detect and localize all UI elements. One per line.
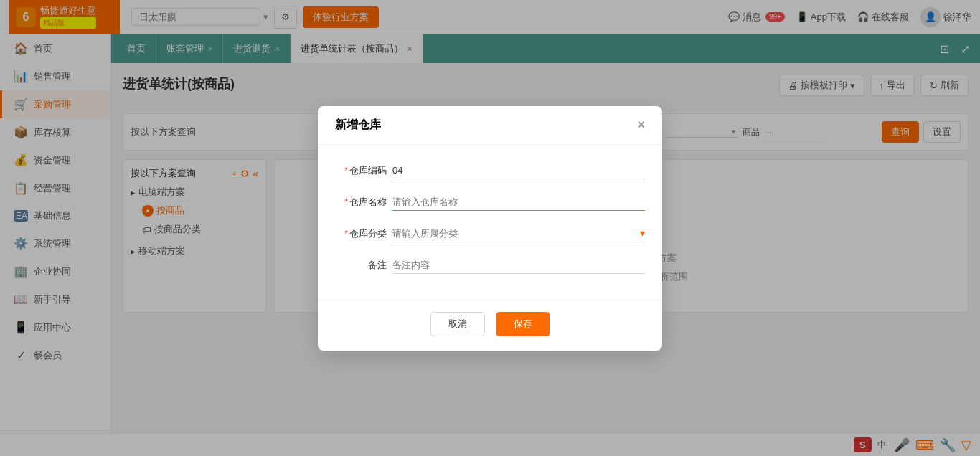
form-row-remark: 备注 <box>335 257 645 274</box>
form-row-code: 仓库编码 <box>335 162 645 179</box>
modal-overlay[interactable]: 新增仓库 × 仓库编码 仓库名称 仓库分类 ▾ <box>0 0 980 456</box>
modal-header: 新增仓库 × <box>318 106 662 145</box>
category-select[interactable] <box>392 225 640 242</box>
category-chevron-icon[interactable]: ▾ <box>640 227 645 239</box>
modal-body: 仓库编码 仓库名称 仓库分类 ▾ 备注 <box>318 145 662 300</box>
cancel-button[interactable]: 取消 <box>430 312 485 336</box>
remark-label: 备注 <box>335 259 392 272</box>
name-label: 仓库名称 <box>335 196 392 209</box>
category-select-wrapper: ▾ <box>392 225 645 242</box>
form-row-category: 仓库分类 ▾ <box>335 225 645 242</box>
save-button[interactable]: 保存 <box>496 312 550 336</box>
warehouse-code-input[interactable] <box>392 162 645 179</box>
category-label: 仓库分类 <box>335 227 392 240</box>
warehouse-name-input[interactable] <box>392 194 645 211</box>
modal-close-button[interactable]: × <box>637 118 645 133</box>
modal-title: 新增仓库 <box>335 118 381 133</box>
remark-input[interactable] <box>392 257 645 274</box>
code-label: 仓库编码 <box>335 164 392 177</box>
new-warehouse-modal: 新增仓库 × 仓库编码 仓库名称 仓库分类 ▾ <box>318 106 662 351</box>
modal-footer: 取消 保存 <box>318 300 662 351</box>
form-row-name: 仓库名称 <box>335 194 645 211</box>
